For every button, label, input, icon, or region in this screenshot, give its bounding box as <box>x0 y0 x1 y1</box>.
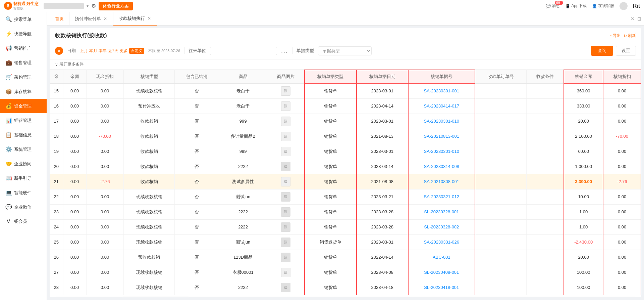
online-service-btn[interactable]: 👤 在线客服 <box>592 3 614 9</box>
date-custom-btn[interactable]: 自定义 <box>129 48 144 54</box>
date-more[interactable]: 更多 <box>120 48 128 54</box>
td-bill-category: 销货单 <box>305 250 356 265</box>
td-cash-discount: 0.00 <box>86 280 123 295</box>
bill-no-link[interactable]: SA-20230331-026 <box>424 240 460 245</box>
sidebar-item-basics[interactable]: 📋 基础信息 <box>0 128 47 142</box>
bill-no-link[interactable]: SA-20230301-010 <box>424 119 460 124</box>
filter-expand-btn[interactable]: » <box>55 47 63 55</box>
table-settings-btn[interactable]: 设置 <box>616 46 636 56</box>
td-bill-no: SA-20230331-026 <box>408 234 475 250</box>
product-image: 🖼 <box>281 117 290 126</box>
bill-no-link[interactable]: SA-20230301-010 <box>424 149 460 154</box>
bill-no-link[interactable]: SL-20230328-002 <box>424 224 459 229</box>
td-writeoff-discount: 0.00 <box>603 204 641 219</box>
product-image: 🖼 <box>281 222 290 232</box>
bill-no-link[interactable]: SA-20230321-012 <box>424 194 460 199</box>
td-balance: 0.00 <box>63 159 86 174</box>
td-writeoff-discount: 0.00 <box>603 98 641 114</box>
table-header: ⚙ 余额 现金折扣 核销类型 包含已结清 商品 商品图片 核销单据类型 核销单据… <box>50 70 641 83</box>
table-header-row: ⚙ 余额 现金折扣 核销类型 包含已结清 商品 商品图片 核销单据类型 核销单据… <box>50 70 641 83</box>
td-id: 25 <box>50 234 63 250</box>
td-product: 多计量商品2 <box>219 129 267 144</box>
tab-expand-btn[interactable]: ⊡ <box>637 16 641 22</box>
export-btn[interactable]: ↑ 导出 <box>610 33 621 39</box>
sidebar-item-inventory[interactable]: 📦 库存核算 <box>0 84 47 99</box>
chevron-down-icon: ∨ <box>55 62 58 67</box>
solution-btn[interactable]: 休验行业方案 <box>99 2 133 10</box>
sidebar-item-quick[interactable]: ⚡ 快捷导航 <box>0 27 47 41</box>
message-btn[interactable]: 💬 消息 99+ <box>546 3 560 9</box>
td-writeoff-type: 预收款核销 <box>123 250 175 265</box>
td-cash-discount: 0.00 <box>86 250 123 265</box>
tab-writeoff[interactable]: 收款核销执行 ✕ <box>113 12 157 26</box>
guide-icon: 📖 <box>5 175 11 181</box>
query-btn[interactable]: 查询 <box>591 46 613 56</box>
sidebar-item-purchase[interactable]: 🛒 采购管理 <box>0 70 47 84</box>
date-7days[interactable]: 近7天 <box>108 48 118 54</box>
bill-no-link[interactable]: SA-20230301-001 <box>424 88 460 93</box>
td-include-closed: 否 <box>175 265 219 280</box>
bill-no-link[interactable]: SA-20210813-001 <box>424 134 460 139</box>
partner-input[interactable] <box>210 47 277 55</box>
td-receipt-order-no <box>475 204 527 219</box>
sidebar-item-finance[interactable]: 💰 资金管理 <box>0 99 47 113</box>
td-product-image: 🖼 <box>267 189 305 204</box>
bill-no-link[interactable]: ABC-001 <box>433 255 450 260</box>
date-this-month[interactable]: 本月 <box>89 48 97 54</box>
product-image: 🖼 <box>281 86 290 96</box>
sidebar-item-sales[interactable]: 💼 销售管理 <box>0 55 47 70</box>
sidebar-label-purchase: 采购管理 <box>14 74 32 80</box>
scroll-bar[interactable] <box>55 297 636 298</box>
app-download-btn[interactable]: 📱 App下载 <box>565 3 586 9</box>
sidebar-item-operations[interactable]: 📊 经营管理 <box>0 113 47 128</box>
tab-bar-actions: ✕ ⊡ <box>631 16 641 22</box>
sidebar-item-member[interactable]: V 畅会员 <box>0 214 47 228</box>
td-writeoff-discount: -70.00 <box>603 129 641 144</box>
expand-more-btn[interactable]: ∨ 展开更多条件 <box>55 61 84 67</box>
sidebar-item-wechat[interactable]: 💬 企业微信 <box>0 200 47 214</box>
settings-gear-btn[interactable]: ⚙ <box>91 3 96 9</box>
sidebar-item-guide[interactable]: 📖 新手引导 <box>0 171 47 185</box>
bill-no-link[interactable]: SL-20230328-001 <box>424 209 459 214</box>
sidebar-item-hardware[interactable]: 💻 智能硬件 <box>0 185 47 200</box>
td-writeoff-amount: 1.00 <box>564 204 603 219</box>
tab-close-all-btn[interactable]: ✕ <box>631 16 635 22</box>
scroll-thumb[interactable] <box>122 297 189 298</box>
expand-more-bar: ∨ 展开更多条件 <box>50 59 641 70</box>
td-bill-no: SA-20210808-001 <box>408 174 475 189</box>
filter-action-btns: 查询 设置 <box>591 46 636 56</box>
tab-home[interactable]: 首页 <box>50 12 69 26</box>
user-avatar[interactable] <box>620 2 628 10</box>
download-icon: 📱 <box>565 4 570 8</box>
system-icon: ⚙️ <box>5 146 11 153</box>
bill-no-link[interactable]: SA-20230314-008 <box>424 164 460 169</box>
tab-prepay-close[interactable]: ✕ <box>103 16 108 21</box>
bill-no-link[interactable]: SA-20210808-001 <box>424 179 460 184</box>
td-bill-date: 2023-04-08 <box>357 265 408 280</box>
bill-no-link[interactable]: SL-20230418-001 <box>424 285 459 290</box>
sidebar-item-enterprise[interactable]: 🤝 企业协同 <box>0 157 47 171</box>
sidebar-item-system[interactable]: ⚙️ 系统管理 <box>0 142 47 157</box>
td-receipt-condition <box>526 129 564 144</box>
settings-gear-icon[interactable]: ⚙ <box>54 74 59 79</box>
chevron-down-btn[interactable]: ▾ <box>87 4 89 8</box>
td-receipt-order-no <box>475 250 527 265</box>
date-this-year[interactable]: 本年 <box>99 48 107 54</box>
table-row: 19 0.00 0.00 收款核销 否 999 🖼 销货单 2023-03-01… <box>50 144 641 159</box>
refresh-btn[interactable]: ↻ 刷新 <box>624 33 636 39</box>
th-balance: 余额 <box>63 70 86 83</box>
sidebar-label-system: 系统管理 <box>14 146 32 153</box>
tab-prepay[interactable]: 预付冲应付单 ✕ <box>69 12 113 26</box>
bill-no-link[interactable]: SL-20230408-001 <box>424 270 459 275</box>
date-prev-month[interactable]: 上月 <box>80 48 88 54</box>
td-id: 26 <box>50 250 63 265</box>
sidebar-item-marketing[interactable]: 📢 营销推广 <box>0 41 47 55</box>
sidebar-item-search[interactable]: 🔍 搜索菜单 <box>0 12 47 27</box>
td-writeoff-type: 收款核销 <box>123 174 175 189</box>
bill-no-link[interactable]: SA-20230414-017 <box>424 103 460 109</box>
product-image: 🖼 <box>281 238 290 247</box>
bill-type-select[interactable]: 单据类型 <box>318 46 372 55</box>
td-writeoff-type: 现续收款核销 <box>123 204 175 219</box>
product-image: 🖼 <box>281 268 290 277</box>
tab-writeoff-close[interactable]: ✕ <box>147 16 152 21</box>
